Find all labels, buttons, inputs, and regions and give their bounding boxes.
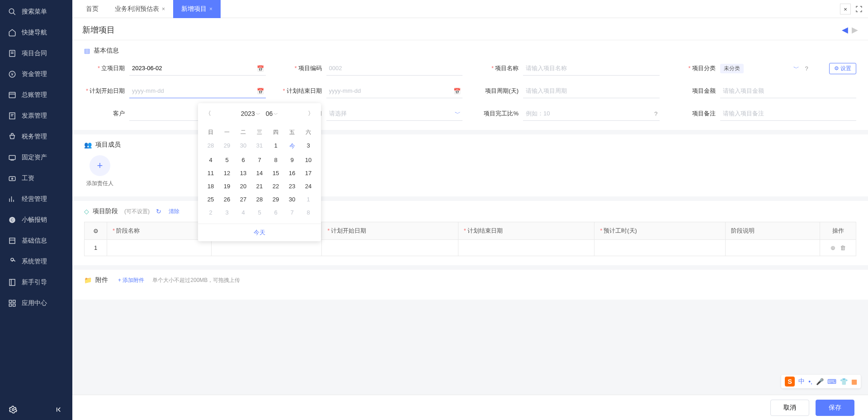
day-cell[interactable]: 22 [268,180,284,193]
input-plan-start[interactable] [129,84,266,98]
input-duration[interactable] [523,84,660,98]
sidebar-item-apps[interactable]: 应用中心 [0,293,72,314]
next-record[interactable]: ▶ [852,25,858,35]
day-cell[interactable]: 13 [235,167,251,180]
ime-logo-icon[interactable]: S [785,377,795,387]
day-cell[interactable]: 10 [300,153,316,167]
calendar-icon[interactable]: 📅 [257,65,264,72]
sidebar-item-system[interactable]: 系统管理 [0,251,72,272]
day-cell[interactable]: 24 [300,180,316,193]
save-button[interactable]: 保存 [816,400,854,416]
day-cell[interactable]: 4 [235,206,251,219]
year-select[interactable]: 2023﹀ [241,110,260,118]
sidebar-item-biz[interactable]: 经营管理 [0,189,72,210]
day-cell[interactable]: 25 [203,193,219,206]
sidebar-item-expense[interactable]: C小畅报销 [0,210,72,230]
category-value[interactable]: 未分类 [720,64,744,73]
input-code[interactable] [326,61,463,76]
day-cell[interactable]: 2 [203,206,219,219]
sidebar-item-base[interactable]: 基础信息 [0,230,72,251]
day-cell[interactable]: 20 [235,180,251,193]
day-cell[interactable]: 28 [251,193,268,206]
delete-row-icon[interactable]: 🗑 [840,244,846,251]
sidebar-item-assets[interactable]: 固定资产 [0,147,72,168]
day-cell[interactable]: 8 [300,206,316,219]
tab-profit[interactable]: 业务利润预估表× [107,0,173,18]
ime-lang[interactable]: 中 [798,377,805,386]
day-cell[interactable]: 1 [300,193,316,206]
day-cell[interactable]: 3 [219,206,235,219]
day-cell[interactable]: 31 [251,139,268,153]
day-cell[interactable]: 15 [268,167,284,180]
calendar-icon[interactable]: 📅 [453,88,461,95]
today-button[interactable]: 今天 [198,224,321,241]
input-plan-end[interactable] [326,84,463,98]
day-cell[interactable]: 12 [219,167,235,180]
input-remark[interactable] [720,106,857,121]
day-cell[interactable]: 今 [284,139,300,153]
sidebar-item-guide[interactable]: 新手引导 [0,272,72,293]
sidebar-item-search[interactable]: 搜索菜单 [0,1,72,22]
tab-new-project[interactable]: 新增项目× [173,0,221,18]
input-setup-date[interactable] [129,61,266,76]
calendar-icon[interactable]: 📅 [257,88,264,95]
day-cell[interactable]: 8 [268,153,284,167]
sidebar-item-salary[interactable]: 工资 [0,168,72,189]
day-cell[interactable]: 18 [203,180,219,193]
sidebar-item-contract[interactable]: 项目合同 [0,43,72,64]
day-cell[interactable]: 29 [219,139,235,153]
add-member-button[interactable]: + [90,155,110,176]
ime-punct-icon[interactable]: •, [808,378,812,385]
sidebar-item-invoice[interactable]: 发票管理 [0,105,72,126]
day-cell[interactable]: 6 [235,153,251,167]
sidebar-item-funds[interactable]: ¥资金管理 [0,64,72,85]
sidebar-item-ledger[interactable]: 总账管理 [0,85,72,105]
collapse-icon[interactable] [55,406,63,414]
input-dept[interactable] [326,106,463,121]
chevron-down-icon[interactable]: ﹀ [793,64,799,72]
tab-home[interactable]: 首页 [78,0,107,18]
prev-record[interactable]: ◀ [842,25,848,35]
input-completion[interactable] [523,106,660,121]
add-row-icon[interactable]: ⊕ [830,244,835,251]
day-cell[interactable]: 11 [203,167,219,180]
cancel-button[interactable]: 取消 [770,400,809,416]
tabs-close-all[interactable]: × [840,4,851,14]
next-month[interactable]: 〉 [306,108,316,119]
chevron-down-icon[interactable]: ﹀ [455,110,461,118]
add-attachment-link[interactable]: + 添加附件 [118,277,144,284]
day-cell[interactable]: 7 [284,206,300,219]
day-cell[interactable]: 14 [251,167,268,180]
day-cell[interactable]: 23 [284,180,300,193]
ime-mic-icon[interactable]: 🎤 [816,378,824,385]
day-cell[interactable]: 19 [219,180,235,193]
clear-link[interactable]: 清除 [169,208,179,215]
sidebar-item-tax[interactable]: 税务管理 [0,126,72,147]
day-cell[interactable]: 5 [219,153,235,167]
day-cell[interactable]: 26 [219,193,235,206]
close-icon[interactable]: × [162,6,165,12]
day-cell[interactable]: 5 [251,206,268,219]
refresh-icon[interactable]: ↻ [156,208,161,215]
gear-icon[interactable] [9,406,17,414]
day-cell[interactable]: 1 [268,139,284,153]
help-icon[interactable]: ? [805,65,808,72]
day-cell[interactable]: 6 [268,206,284,219]
day-cell[interactable]: 7 [251,153,268,167]
input-name[interactable] [523,61,660,76]
day-cell[interactable]: 3 [300,139,316,153]
close-icon[interactable]: × [209,6,212,12]
settings-button[interactable]: ⚙ 设置 [829,63,856,74]
day-cell[interactable]: 9 [284,153,300,167]
ime-skin-icon[interactable]: 👕 [840,378,848,385]
day-cell[interactable]: 28 [203,139,219,153]
day-cell[interactable]: 4 [203,153,219,167]
month-select[interactable]: 06﹀ [266,110,278,118]
day-cell[interactable]: 30 [235,139,251,153]
day-cell[interactable]: 29 [268,193,284,206]
day-cell[interactable]: 21 [251,180,268,193]
day-cell[interactable]: 16 [284,167,300,180]
prev-month[interactable]: 〈 [203,108,213,119]
ime-tool-icon[interactable]: ▦ [851,378,857,385]
help-icon[interactable]: ? [654,110,657,117]
